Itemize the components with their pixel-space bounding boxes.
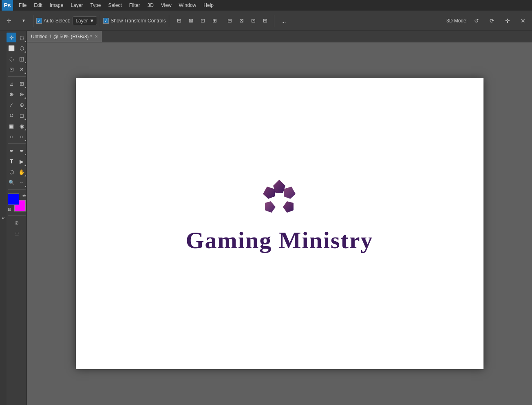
threed-rotate-btn[interactable]: ↺ [470,14,483,27]
threed-move-btn[interactable]: ✛ [501,14,514,27]
rect-marquee-tool[interactable]: ⬜ [7,43,16,53]
threed-scale-btn[interactable]: ✕ [517,14,530,27]
artboard-tool[interactable]: ⬚ [17,33,26,42]
menu-select[interactable]: Select [105,2,125,9]
canvas-viewport[interactable]: Gaming Ministry [27,42,532,405]
tool-group-type: T ▶ [7,156,26,166]
paint-bucket-tool[interactable]: ○ [17,132,26,141]
distribute-top-btn[interactable]: ⊟ [224,15,236,26]
eyedropper-tool[interactable]: ⊿ [7,79,16,88]
tool-group-stamp: ↺ ◻ [7,110,26,120]
menu-filter[interactable]: Filter [126,2,143,9]
extra-tools-btn[interactable]: ··· [17,178,26,187]
toolbar-divider-1 [33,15,33,27]
menu-help[interactable]: Help [200,2,217,9]
spot-healing-tool[interactable]: ⊕ [7,89,16,99]
menu-file[interactable]: File [15,2,30,9]
toolbar-divider-3 [169,15,169,27]
toolbar-divider-4 [274,15,274,27]
left-toolbar: ✛ ⬚ ⬜ ⬡ ◌ ◫ ⊡ ✕ ⊿ ⊞ ⊕ ⊕ ∕ ⊕ [7,31,27,405]
menu-type[interactable]: Type [87,2,104,9]
options-toolbar: ✛ ▼ ✓ Auto-Select: Layer ▼ ✓ Show Transf… [0,11,532,31]
default-colors-btn[interactable]: ⊟ [8,207,11,211]
align-left-edges-btn[interactable]: ⊞ [209,15,221,26]
logo-icon-svg [253,178,306,227]
type-tool[interactable]: T [7,156,16,166]
pattern-stamp-tool[interactable]: ◻ [17,110,26,120]
tool-group-gradient: ○ ○ [7,132,26,141]
collapse-icon: « [2,215,5,221]
left-panel-collapse-btn[interactable]: « [0,31,7,405]
slice-tool[interactable]: ✕ [17,64,26,74]
auto-select-checkbox[interactable]: ✓ [36,18,42,24]
menu-image[interactable]: Image [46,2,66,9]
quick-mask-btn[interactable]: ◎ [8,218,26,227]
svg-marker-0 [273,180,285,193]
threed-mode-label: 3D Mode: [446,18,468,24]
tool-group-select: ◌ ◫ [7,54,26,64]
magic-wand-tool[interactable]: ◫ [17,54,26,64]
tool-group-healing: ⊕ ⊕ [7,89,26,99]
menu-layer[interactable]: Layer [67,2,86,9]
svg-marker-3 [265,201,276,213]
toolbar-expand-btn[interactable]: ▼ [17,14,30,27]
shape-tool[interactable]: ⬡ [7,167,16,177]
document-tab-title: Untitled-1 @ 50% (RGB/8) * [31,34,92,40]
pencil-tool[interactable]: ⊕ [17,100,26,110]
move-tool-btn[interactable]: ✛ [2,14,15,27]
tool-group-move: ✛ ⬚ [7,33,26,42]
show-transform-checkbox[interactable]: ✓ [103,18,109,24]
eraser-tool[interactable]: ▣ [7,121,16,131]
align-bottom-edges-btn[interactable]: ⊡ [197,15,209,26]
canvas: Gaming Ministry [76,78,483,369]
ps-logo: Ps [2,0,13,11]
quick-select-tool[interactable]: ◌ [7,54,16,64]
document-tab-0[interactable]: Untitled-1 @ 50% (RGB/8) * ✕ [27,31,102,42]
clone-stamp-tool[interactable]: ↺ [7,110,16,120]
tool-divider-3 [8,189,26,190]
zoom-tool[interactable]: 🔍 [7,178,16,187]
crop-tool[interactable]: ⊡ [7,64,16,74]
tool-divider-1 [8,76,26,77]
pen-tool[interactable]: ✒ [7,146,16,156]
threed-mode-group: 3D Mode: ↺ ⟳ ✛ ✕ [446,14,530,27]
foreground-color-swatch[interactable] [8,194,19,205]
show-transform-checkbox-label[interactable]: ✓ Show Transform Controls [103,18,166,24]
magic-eraser-tool[interactable]: ◉ [17,121,26,131]
lasso-marquee-tool[interactable]: ⬡ [17,43,26,53]
brush-tool[interactable]: ∕ [7,100,16,110]
tool-divider-2 [8,143,26,144]
healing-brush-tool[interactable]: ⊕ [17,89,26,99]
gradient-tool[interactable]: ○ [7,132,16,141]
document-tab-close[interactable]: ✕ [95,35,98,39]
distribute-spacing-btn[interactable]: ⊞ [260,15,271,26]
distribute-horizontal-btn[interactable]: ⊡ [248,15,259,26]
tool-group-pen: ✒ ✒ [7,146,26,156]
auto-select-checkbox-label[interactable]: ✓ Auto-Select: [36,18,70,24]
swap-colors-btn[interactable]: ⇄ [22,194,26,198]
more-options-btn[interactable]: ... [277,14,290,27]
menu-view[interactable]: View [158,2,175,9]
svg-marker-2 [283,201,294,213]
screen-mode-btn[interactable]: ⬚ [8,228,26,238]
tool-group-marquee: ⬜ ⬡ [7,43,26,53]
menu-3d[interactable]: 3D [144,2,157,9]
color-sampler-tool[interactable]: ⊞ [17,79,26,88]
menu-edit[interactable]: Edit [31,2,46,9]
align-vertical-centers-btn[interactable]: ⊠ [185,15,197,26]
svg-marker-4 [263,187,275,199]
canvas-area: Untitled-1 @ 50% (RGB/8) * ✕ [27,31,532,405]
align-top-edges-btn[interactable]: ⊟ [174,15,185,26]
menu-window[interactable]: Window [176,2,200,9]
threed-pan-btn[interactable]: ⟳ [486,14,499,27]
freeform-pen-tool[interactable]: ✒ [17,146,26,156]
align-group: ⊟ ⊠ ⊡ ⊞ ⊟ ⊠ ⊡ ⊞ [174,15,271,26]
path-selection-tool[interactable]: ▶ [17,156,26,166]
distribute-vertical-btn[interactable]: ⊠ [236,15,247,26]
toolbar-divider-2 [100,15,100,27]
move-tool[interactable]: ✛ [7,33,16,42]
hand-tool[interactable]: ✋ [17,167,26,177]
layer-dropdown[interactable]: Layer ▼ [73,16,97,25]
logo-text: Gaming Ministry [185,227,373,254]
auto-select-label: Auto-Select: [44,18,70,24]
